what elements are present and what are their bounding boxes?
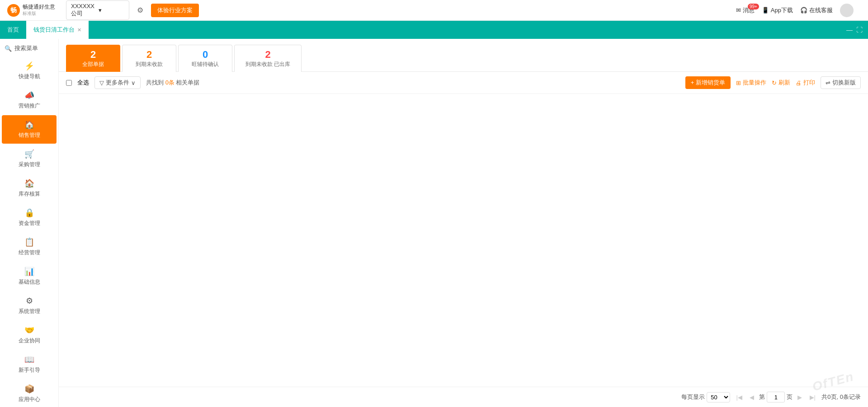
found-count: 0条 [165,79,175,86]
cooperation-label: 企业协同 [19,337,40,345]
guide-icon: 📖 [24,355,34,365]
tab-qianhuoriqing[interactable]: 钱货日清工作台 ✕ [26,21,89,39]
tab-minimize-icon[interactable]: — [846,26,853,33]
company-selector[interactable]: XXXXXX公司 ▾ [66,0,129,20]
online-service-label: 在线客服 [809,6,833,14]
sidebar-item-system[interactable]: ⚙ 系统管理 [2,291,57,320]
refresh-label: 刷新 [778,79,790,87]
operations-icon: 📋 [24,237,34,247]
inventory-label: 库存核算 [19,190,40,198]
filter-icon: ▽ [99,80,104,86]
stat-overdue-label: 到期未收款 [136,61,163,68]
sidebar-item-marketing[interactable]: 📣 营销推广 [2,86,57,114]
page-size-select[interactable]: 50 100 200 [707,392,730,402]
stat-wangfu-num: 0 [203,49,208,61]
toolbar-right: + 新增销货单 ⊞ 批量操作 ↻ 刷新 🖨 打印 ⇌ 切换新版 [685,76,861,89]
sidebar-item-sales[interactable]: 🏠 销售管理 [2,115,57,144]
first-page-button[interactable]: |◀ [734,392,745,402]
system-icon: ⚙ [26,296,33,306]
print-button[interactable]: 🖨 打印 [796,79,815,87]
select-all-label: 全选 [77,79,89,87]
tab-home[interactable]: 首页 [0,21,26,39]
sidebar-item-finance[interactable]: 🔒 资金管理 [2,203,57,232]
stat-tab-wangfu[interactable]: 0 旺辅待确认 [178,45,232,72]
stat-overdue-shipped-num: 2 [265,49,271,61]
refresh-icon: ↻ [772,80,777,86]
gear-icon: ⚙ [137,6,143,14]
stat-overdue-num: 2 [146,49,152,61]
message-button[interactable]: ✉ 消息 99+ [736,6,755,14]
sidebar-item-cooperation[interactable]: 🤝 企业协同 [2,321,57,349]
base-info-icon: 📊 [24,267,34,276]
per-page-label: 每页显示 [681,393,705,401]
stat-all-num: 2 [90,49,96,61]
batch-operation-button[interactable]: ⊞ 批量操作 [736,79,766,87]
online-service-button[interactable]: 🎧 在线客服 [800,6,833,14]
sidebar-item-quick-nav[interactable]: ⚡ 快捷导航 [2,56,57,85]
next-page-button[interactable]: ▶ [794,392,805,402]
stat-wangfu-label: 旺辅待确认 [192,61,219,68]
cooperation-icon: 🤝 [24,325,34,335]
batch-label: 批量操作 [743,79,766,87]
pagination-bar: 每页显示 50 100 200 |◀ ◀ 第 页 ▶ ▶| 共0页, 0条记录 [59,387,868,407]
sales-label: 销售管理 [19,131,40,139]
prev-page-button[interactable]: ◀ [746,392,757,402]
finance-label: 资金管理 [19,220,40,227]
app-download-button[interactable]: 📱 App下载 [762,6,793,14]
total-text: 共0页, 0条记录 [821,393,861,401]
tab-bar: 首页 钱货日清工作台 ✕ — ⛶ [0,21,868,39]
switch-version-button[interactable]: ⇌ 切换新版 [821,76,861,89]
sidebar-item-app-center[interactable]: 📦 应用中心 [2,379,57,407]
logo-icon: 畅 [7,4,20,17]
page-size-selector: 每页显示 50 100 200 [681,392,730,402]
inventory-icon: 🏠 [24,178,34,188]
avatar[interactable] [840,4,854,17]
logo-text-block: 畅捷通好生意 标准版 [23,4,55,17]
marketing-icon: 📣 [24,90,34,100]
filter-button[interactable]: ▽ 更多条件 ∨ [94,76,141,89]
chevron-down-icon: ▾ [99,7,124,14]
quick-nav-label: 快捷导航 [19,73,40,80]
tab-controls: — ⛶ [846,26,868,33]
page-suffix-label: 页 [787,393,793,401]
last-page-button[interactable]: ▶| [807,392,818,402]
page-number-input[interactable] [767,392,785,402]
app-center-label: 应用中心 [19,396,40,403]
finance-icon: 🔒 [24,208,34,218]
trial-button[interactable]: 体验行业方案 [151,4,199,17]
marketing-label: 营销推广 [19,102,40,110]
settings-icon-btn[interactable]: ⚙ [133,3,147,18]
toolbar: 全选 ▽ 更多条件 ∨ 共找到 0条 相关单据 + 新增销货单 ⊞ 批量操作 ↻… [59,72,868,94]
sidebar-item-inventory[interactable]: 🏠 库存核算 [2,174,57,202]
stats-tabs: 2 全部单据 2 到期未收款 0 旺辅待确认 2 到期未收款 已出库 [59,39,868,72]
batch-icon: ⊞ [736,80,741,86]
page-prefix-label: 第 [759,393,765,401]
sales-icon: 🏠 [24,120,34,130]
purchase-icon: 🛒 [24,149,34,159]
sidebar-item-guide[interactable]: 📖 新手引导 [2,350,57,379]
sidebar-item-operations[interactable]: 📋 经营管理 [2,233,57,261]
search-icon: 🔍 [5,45,12,52]
print-icon: 🖨 [796,80,802,86]
app-download-label: App下载 [771,6,793,14]
stat-overdue-shipped-label: 到期未收款 已出库 [245,61,290,68]
base-info-label: 基础信息 [19,278,40,286]
stat-all-label: 全部单据 [82,61,104,68]
add-sale-order-button[interactable]: + 新增销货单 [685,76,731,89]
stat-tab-overdue[interactable]: 2 到期未收款 [122,45,176,72]
page-nav: |◀ ◀ 第 页 ▶ ▶| [734,392,818,402]
select-all-checkbox[interactable] [66,80,72,86]
company-name: XXXXXX公司 [71,3,97,18]
refresh-button[interactable]: ↻ 刷新 [772,79,790,87]
tab-close-icon[interactable]: ✕ [77,27,81,33]
sidebar-item-purchase[interactable]: 🛒 采购管理 [2,145,57,173]
filter-label: 更多条件 [106,79,129,87]
top-header: 畅 畅捷通好生意 标准版 XXXXXX公司 ▾ ⚙ 体验行业方案 ✉ 消息 99… [0,0,868,21]
search-menu-label: 搜索菜单 [14,44,38,52]
sidebar-item-base-info[interactable]: 📊 基础信息 [2,262,57,290]
sidebar-search[interactable]: 🔍 搜索菜单 [0,41,58,56]
found-text: 共找到 0条 相关单据 [146,79,199,87]
stat-tab-all[interactable]: 2 全部单据 [66,45,120,72]
stat-tab-overdue-shipped[interactable]: 2 到期未收款 已出库 [234,45,302,72]
tab-expand-icon[interactable]: ⛶ [856,26,863,33]
